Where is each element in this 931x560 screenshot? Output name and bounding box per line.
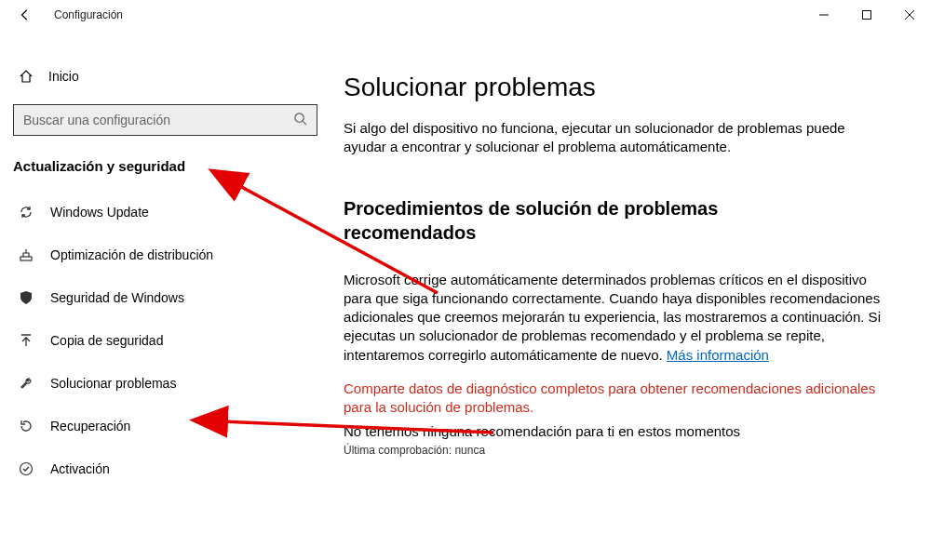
sidebar-item-backup[interactable]: Copia de seguridad (0, 319, 331, 362)
nav-label: Optimización de distribución (50, 247, 213, 262)
sidebar-item-delivery-optimization[interactable]: Optimización de distribución (0, 233, 331, 276)
recovery-icon (17, 417, 35, 435)
search-input[interactable]: Buscar una configuración (13, 104, 317, 136)
title-bar: Configuración (0, 0, 931, 30)
page-title: Solucionar problemas (344, 73, 896, 102)
body-paragraph: Microsoft corrige automáticamente determ… (344, 272, 881, 363)
nav-label: Copia de seguridad (50, 333, 163, 348)
delivery-icon (17, 246, 35, 264)
intro-text: Si algo del dispositivo no funciona, eje… (344, 119, 865, 157)
nav-label: Solucionar problemas (50, 376, 176, 391)
more-info-link[interactable]: Más información (667, 347, 769, 363)
sync-icon (17, 203, 35, 221)
section-heading: Procedimientos de solución de problemas … (344, 196, 828, 245)
close-button[interactable] (888, 0, 931, 30)
no-recommendations: No tenemos ninguna recomendación para ti… (344, 422, 884, 441)
wrench-icon (17, 374, 35, 393)
nav-label: Activación (50, 461, 110, 476)
sidebar-item-recovery[interactable]: Recuperación (0, 405, 331, 447)
check-icon (17, 460, 35, 478)
search-placeholder: Buscar una configuración (23, 113, 293, 127)
diagnostic-warning[interactable]: Comparte datos de diagnóstico completos … (344, 380, 884, 418)
back-button[interactable] (17, 7, 34, 23)
svg-rect-1 (863, 11, 871, 20)
svg-rect-6 (20, 257, 32, 260)
home-label: Inicio (48, 69, 79, 84)
sidebar-section-heading: Actualización y seguridad (0, 147, 331, 191)
body-text: Microsoft corrige automáticamente determ… (344, 271, 884, 365)
nav-label: Windows Update (50, 205, 149, 220)
search-icon (293, 112, 307, 128)
sidebar-item-windows-security[interactable]: Seguridad de Windows (0, 276, 331, 319)
nav-label: Recuperación (50, 419, 130, 433)
sidebar-item-troubleshoot[interactable]: Solucionar problemas (0, 362, 331, 405)
sidebar-item-activation[interactable]: Activación (0, 447, 331, 490)
svg-point-4 (295, 113, 304, 122)
nav-label: Seguridad de Windows (50, 290, 184, 305)
backup-icon (17, 331, 35, 350)
home-nav[interactable]: Inicio (0, 60, 331, 93)
minimize-button[interactable] (803, 0, 845, 30)
sidebar: Inicio Buscar una configuración Actualiz… (0, 30, 331, 560)
sidebar-item-windows-update[interactable]: Windows Update (0, 191, 331, 233)
maximize-button[interactable] (845, 0, 888, 30)
shield-icon (17, 288, 35, 307)
main-content: Solucionar problemas Si algo del disposi… (331, 30, 931, 560)
svg-point-7 (20, 463, 33, 475)
last-check-meta: Última comprobación: nunca (344, 444, 896, 457)
home-icon (17, 69, 35, 84)
window-title: Configuración (54, 8, 803, 21)
svg-line-5 (303, 121, 306, 125)
